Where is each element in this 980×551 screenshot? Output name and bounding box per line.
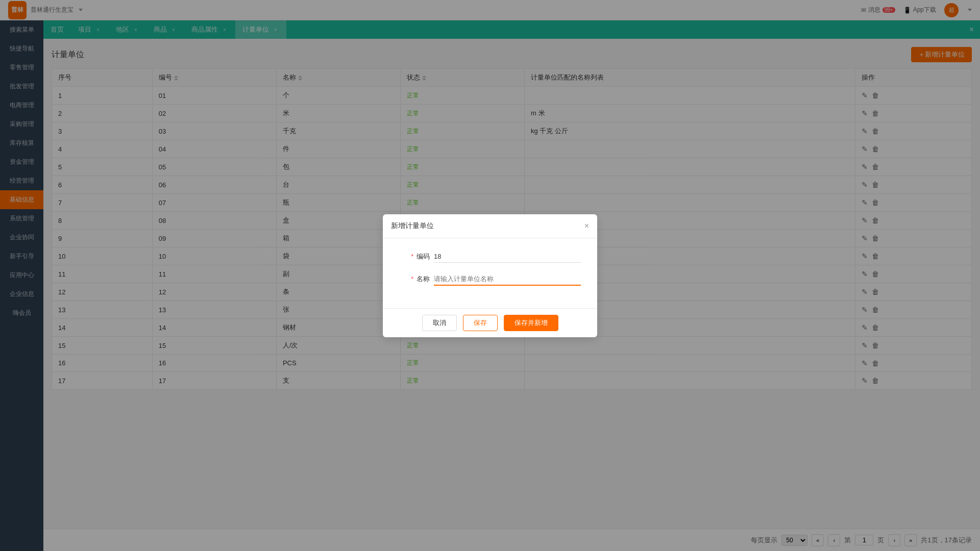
modal-body: * 编码 * 名称 — [383, 238, 597, 308]
code-input[interactable] — [434, 251, 581, 263]
name-form-row: * 名称 — [399, 273, 581, 286]
code-required-star: * — [411, 253, 413, 260]
code-form-row: * 编码 — [399, 251, 581, 263]
modal-overlay[interactable]: 新增计量单位 × * 编码 * 名称 取消 保存 保存并新增 — [0, 0, 980, 551]
name-required-star: * — [411, 275, 413, 283]
modal-header: 新增计量单位 × — [383, 214, 597, 238]
modal-close-button[interactable]: × — [584, 222, 589, 230]
name-label: * 名称 — [399, 274, 430, 284]
modal-title: 新增计量单位 — [391, 221, 434, 231]
modal-footer: 取消 保存 保存并新增 — [383, 308, 597, 337]
cancel-button[interactable]: 取消 — [422, 315, 457, 331]
name-input[interactable] — [434, 273, 581, 286]
save-button[interactable]: 保存 — [463, 315, 498, 331]
add-measure-unit-modal: 新增计量单位 × * 编码 * 名称 取消 保存 保存并新增 — [383, 214, 597, 337]
code-label: * 编码 — [399, 252, 430, 261]
save-and-new-button[interactable]: 保存并新增 — [504, 315, 558, 331]
